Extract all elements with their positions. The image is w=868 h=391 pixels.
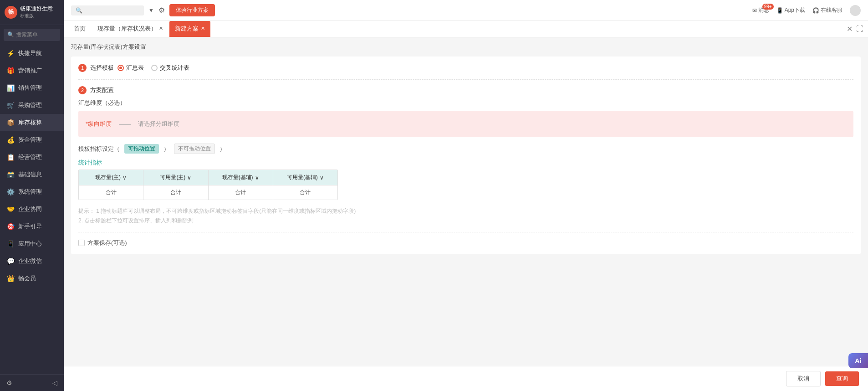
tab-new-scheme[interactable]: 新建方案 ✕ xyxy=(169,21,210,37)
stats-table-header: 现存量(主) ∨ 可用量(主) ∨ 现存量(基辅) ∨ 可用量(基辅) xyxy=(79,170,337,185)
tabs-right-actions: ✕ ⛶ xyxy=(847,25,863,33)
search-icon: 🔍 xyxy=(7,31,14,38)
tip-2: 2. 点击标题栏下拉可设置排序、插入列和删除列 xyxy=(78,217,853,225)
template-radio-group: 汇总表 交叉统计表 xyxy=(117,64,189,72)
row-cell-1: 合计 xyxy=(143,185,208,200)
page-title: 现存量(库存状况表)方案设置 xyxy=(71,43,861,51)
radio-cross-circle xyxy=(151,65,158,71)
user-avatar[interactable] xyxy=(850,5,861,16)
tab-inventory-status[interactable]: 现存量（库存状况表） ✕ xyxy=(92,21,168,37)
tabs-bar: 首页 现存量（库存状况表） ✕ 新建方案 ✕ ✕ ⛶ xyxy=(64,21,868,37)
purchase-icon: 🛒 xyxy=(6,101,15,109)
sidebar-item-wechat[interactable]: 💬 企业微信 xyxy=(0,252,64,270)
sidebar-item-basic[interactable]: 🗃️ 基础信息 xyxy=(0,166,64,183)
sales-icon: 📊 xyxy=(6,84,15,92)
apps-icon: 📱 xyxy=(6,240,15,248)
sidebar-item-operations[interactable]: 📋 经营管理 xyxy=(0,149,64,166)
step2-title: 方案配置 xyxy=(90,86,114,94)
template-settings-row: 模板指标设定（ 可拖动位置 ） 不可拖动位置 ） xyxy=(78,144,853,154)
row-cell-3: 合计 xyxy=(273,185,337,200)
ai-fab-button[interactable]: Ai xyxy=(848,353,868,368)
tab-home[interactable]: 首页 xyxy=(68,21,91,37)
scheme-settings-card: 1 选择模板 汇总表 交叉统计表 xyxy=(71,57,861,254)
marketing-icon: 🎁 xyxy=(6,67,15,75)
finance-icon: 💰 xyxy=(6,136,15,144)
settings-footer-icon[interactable]: ⚙ xyxy=(6,379,12,386)
tip-1: 提示： 1.拖动标题栏可以调整布局，不可跨维度或指标区域拖动标签目字段(只能在同… xyxy=(78,207,853,215)
col-present-aux[interactable]: 现存量(基辅) ∨ xyxy=(209,170,273,185)
summary-dim-label: 汇总维度（必选） xyxy=(78,99,853,107)
messages-button[interactable]: ✉ 消息 99+ xyxy=(752,6,769,14)
chevron-down-icon-1: ∨ xyxy=(187,175,191,181)
sidebar-item-purchase[interactable]: 🛒 采购管理 xyxy=(0,97,64,114)
sidebar-item-inventory[interactable]: 📦 库存核算 xyxy=(0,114,64,131)
app-name: 畅康通好生意 xyxy=(20,5,53,13)
stats-table-row: 合计 合计 合计 合计 xyxy=(79,185,337,200)
inventory-icon: 📦 xyxy=(6,118,15,127)
tag-not-draggable: 不可拖动位置 xyxy=(174,144,215,154)
sidebar-item-apps[interactable]: 📱 应用中心 xyxy=(0,235,64,252)
header-left: 🔍 ▼ ⚙ 体验行业方案 xyxy=(71,4,215,16)
app-version: 标准版 xyxy=(20,13,53,19)
collapse-icon[interactable]: ◁ xyxy=(52,379,57,386)
header-right: ✉ 消息 99+ 📱 App下载 🎧 在线客服 xyxy=(752,5,861,16)
sidebar-item-marketing[interactable]: 🎁 营销推广 xyxy=(0,62,64,79)
step1-badge: 1 xyxy=(78,64,87,72)
sidebar-item-shortcut[interactable]: ⚡ 快捷导航 xyxy=(0,45,64,62)
sidebar-item-enterprise[interactable]: 🤝 企业协同 xyxy=(0,201,64,218)
save-checkbox[interactable] xyxy=(78,240,85,246)
tab-new-scheme-close-icon[interactable]: ✕ xyxy=(201,26,205,31)
radio-summary[interactable]: 汇总表 xyxy=(117,64,144,72)
step1-title: 选择模板 xyxy=(90,64,114,72)
basic-icon: 🗃️ xyxy=(6,170,15,179)
tag-draggable: 可拖动位置 xyxy=(124,144,159,154)
tabs-minimize-icon[interactable]: ✕ xyxy=(847,25,853,33)
header-dropdown[interactable]: ▼ xyxy=(148,7,154,14)
app-download-button[interactable]: 📱 App下载 xyxy=(776,6,805,14)
system-icon: ⚙️ xyxy=(6,188,15,196)
sidebar-item-sales[interactable]: 📊 销售管理 xyxy=(0,79,64,97)
logo-icon: 畅 xyxy=(5,6,17,19)
online-service-button[interactable]: 🎧 在线客服 xyxy=(812,6,842,14)
enterprise-icon: 🤝 xyxy=(6,205,15,213)
radio-cross[interactable]: 交叉统计表 xyxy=(151,64,189,72)
chevron-down-icon-0: ∨ xyxy=(123,175,127,181)
sidebar-item-finance[interactable]: 💰 资金管理 xyxy=(0,131,64,149)
try-industry-button[interactable]: 体验行业方案 xyxy=(169,4,215,16)
top-header: 🔍 ▼ ⚙ 体验行业方案 ✉ 消息 99+ 📱 App下载 🎧 在线客服 xyxy=(64,0,868,21)
header-search-icon: 🔍 xyxy=(76,7,82,14)
step1-section: 1 选择模板 汇总表 交叉统计表 xyxy=(78,64,853,72)
query-button[interactable]: 查询 xyxy=(825,371,859,386)
sidebar-item-member[interactable]: 👑 畅会员 xyxy=(0,270,64,287)
col-available-aux[interactable]: 可用量(基辅) ∨ xyxy=(273,170,337,185)
dimension-area: *纵向维度 —— 请选择分组维度 xyxy=(78,111,853,137)
header-search[interactable]: 🔍 xyxy=(71,5,144,15)
dim-placeholder[interactable]: 请选择分组维度 xyxy=(138,120,179,128)
sidebar: 畅 畅康通好生意 标准版 🔍 搜索菜单 ⚡ 快捷导航 🎁 营销推广 📊 销售管理… xyxy=(0,0,64,391)
wechat-icon: 💬 xyxy=(6,257,15,265)
tabs-expand-icon[interactable]: ⛶ xyxy=(856,25,863,33)
tab-inventory-close-icon[interactable]: ✕ xyxy=(159,26,163,31)
stats-label: 统计指标 xyxy=(78,159,853,167)
avatar xyxy=(850,5,861,16)
step2-header: 2 方案配置 xyxy=(78,86,853,94)
newbie-icon: 🎯 xyxy=(6,222,15,231)
header-settings-icon[interactable]: ⚙ xyxy=(158,6,165,15)
dim-dash: —— xyxy=(119,121,131,128)
step-divider-2 xyxy=(78,232,853,232)
stats-table: 现存量(主) ∨ 可用量(主) ∨ 现存量(基辅) ∨ 可用量(基辅) xyxy=(78,170,338,200)
cancel-button[interactable]: 取消 xyxy=(786,371,821,386)
col-available-main[interactable]: 可用量(主) ∨ xyxy=(143,170,208,185)
tips-section: 提示： 1.拖动标题栏可以调整布局，不可跨维度或指标区域拖动标签目字段(只能在同… xyxy=(78,207,853,225)
shortcut-icon: ⚡ xyxy=(6,49,15,57)
sidebar-search[interactable]: 🔍 搜索菜单 xyxy=(4,29,60,41)
sidebar-item-system[interactable]: ⚙️ 系统管理 xyxy=(0,183,64,201)
sidebar-item-newbie[interactable]: 🎯 新手引导 xyxy=(0,218,64,235)
sidebar-footer: ⚙ ◁ xyxy=(0,374,64,391)
col-present-main[interactable]: 现存量(主) ∨ xyxy=(79,170,143,185)
chevron-down-icon-3: ∨ xyxy=(320,175,324,181)
page-content: 现存量(库存状况表)方案设置 1 选择模板 汇总表 xyxy=(64,37,868,366)
member-icon: 👑 xyxy=(6,274,15,283)
message-icon: ✉ xyxy=(752,7,757,14)
sidebar-logo: 畅 畅康通好生意 标准版 xyxy=(0,0,64,25)
